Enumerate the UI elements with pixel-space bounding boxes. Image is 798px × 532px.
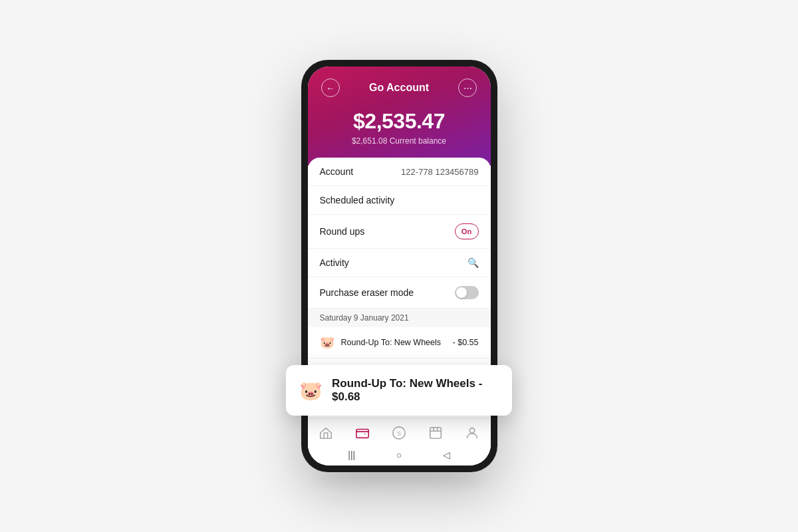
android-home[interactable]: ○ (396, 450, 402, 460)
scheduled-label: Scheduled activity (320, 195, 395, 205)
svg-point-4 (469, 428, 474, 433)
tooltip-pig-icon: 🐷 (299, 380, 323, 402)
main-balance: $2,535.47 (321, 109, 477, 134)
purchase-eraser-label: Purchase eraser mode (320, 287, 414, 298)
android-nav: ||| ○ ◁ (308, 444, 491, 466)
phone-header: ← Go Account ⋯ $2,535.47 $2,651.08 Curre… (308, 66, 491, 166)
svg-rect-3 (430, 428, 442, 439)
bottom-nav: S (308, 418, 491, 444)
activity-row[interactable]: Activity 🔍 (308, 249, 491, 277)
account-value: 122-778 123456789 (401, 167, 478, 177)
activity-label: Activity (320, 257, 349, 268)
search-icon[interactable]: 🔍 (467, 257, 479, 268)
table-row[interactable]: 🐷 Round-Up To: New Wheels - $0.55 (308, 327, 491, 358)
android-recents[interactable]: ||| (348, 450, 355, 460)
transaction-amount: - $0.55 (453, 338, 479, 347)
tooltip-label: Round-Up To: New Wheels - $0.68 (332, 377, 499, 404)
phone-reflection (313, 471, 485, 491)
page-title: Go Account (369, 82, 429, 94)
tooltip-card[interactable]: 🐷 Round-Up To: New Wheels - $0.68 (286, 365, 512, 416)
account-row[interactable]: Account 122-778 123456789 (308, 158, 491, 186)
date-section-header: Saturday 9 January 2021 (308, 309, 491, 327)
android-back[interactable]: ◁ (443, 450, 450, 460)
account-label: Account (320, 166, 354, 177)
header-nav: ← Go Account ⋯ (321, 78, 477, 97)
nav-savings[interactable]: S (392, 426, 406, 440)
back-button[interactable]: ← (321, 78, 340, 97)
roundups-badge[interactable]: On (455, 223, 479, 239)
scheduled-activity-row[interactable]: Scheduled activity (308, 186, 491, 215)
nav-store[interactable] (428, 426, 443, 440)
more-button[interactable]: ⋯ (458, 78, 477, 97)
piggy-bank-icon: 🐷 (320, 335, 334, 350)
svg-rect-0 (356, 430, 368, 438)
roundups-row[interactable]: Round ups On (308, 215, 491, 249)
nav-home[interactable] (319, 426, 333, 440)
toggle-thumb (456, 287, 467, 298)
scene: ← Go Account ⋯ $2,535.47 $2,651.08 Curre… (301, 60, 497, 472)
purchase-eraser-toggle[interactable] (455, 286, 479, 299)
purchase-eraser-row[interactable]: Purchase eraser mode (308, 277, 491, 309)
phone-content: Account 122-778 123456789 Scheduled acti… (308, 158, 491, 466)
roundups-label: Round ups (320, 226, 365, 237)
transaction-label: Round-Up To: New Wheels (341, 338, 446, 347)
nav-profile[interactable] (465, 426, 479, 440)
nav-wallet[interactable] (355, 426, 370, 440)
svg-text:S: S (397, 430, 401, 437)
current-balance: $2,651.08 Current balance (321, 136, 477, 146)
